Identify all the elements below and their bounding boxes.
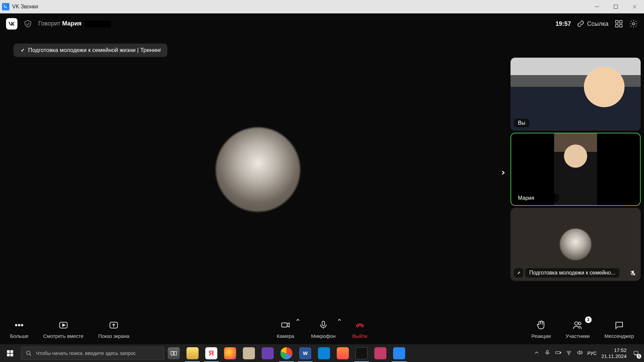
chevron-up-icon[interactable] [296, 318, 300, 323]
speaking-prefix: Говорит [38, 20, 60, 27]
speaking-name: Мария [62, 20, 82, 27]
tray-wifi-icon[interactable] [566, 350, 572, 357]
settings-button[interactable] [629, 19, 638, 28]
participants-sidebar: Вы Мария Подготовка молодежи к семейно..… [511, 38, 641, 311]
redacted-surname [85, 21, 111, 27]
taskbar-app-word[interactable]: W [296, 344, 315, 362]
chevron-up-icon[interactable] [337, 318, 342, 323]
svg-rect-21 [174, 351, 176, 355]
windows-taskbar: Чтобы начать поиск, введите здесь запрос… [0, 344, 644, 362]
tray-battery-icon[interactable] [555, 350, 561, 357]
watch-together-button[interactable]: Смотреть вместе [43, 320, 84, 339]
svg-rect-11 [282, 323, 287, 327]
call-timer: 19:57 [555, 20, 571, 27]
camera-button[interactable]: Камера [277, 320, 294, 339]
microphone-label: Микрофон [311, 333, 335, 339]
svg-rect-16 [10, 350, 13, 353]
taskbar-app-file-explorer[interactable] [183, 344, 202, 362]
redacted-surname [536, 195, 555, 201]
taskbar-app-onedrive[interactable] [315, 344, 333, 362]
window-minimize-button[interactable] [588, 0, 606, 13]
camera-label: Камера [277, 333, 294, 339]
hand-wave-icon [536, 320, 546, 330]
search-icon [26, 350, 32, 356]
svg-rect-12 [322, 321, 325, 326]
share-screen-label: Показ экрана [98, 333, 129, 339]
os-window-title: VK Звонки [12, 4, 38, 10]
svg-rect-1 [615, 20, 618, 23]
taskbar-app-yandex[interactable]: Я [202, 344, 221, 362]
hangup-icon [355, 320, 365, 330]
svg-rect-17 [7, 353, 10, 356]
svg-rect-23 [555, 352, 560, 354]
svg-rect-24 [560, 352, 561, 353]
leave-call-button[interactable]: Выйти [353, 320, 367, 339]
svg-rect-3 [615, 24, 618, 27]
training-label: Подготовка молодежи к семейно... [529, 270, 615, 276]
tray-time: 17:52 [601, 347, 627, 353]
participant-thumb-self[interactable]: Вы [511, 58, 641, 131]
self-label: Вы [518, 120, 525, 126]
speaking-indicator: Говорит Мария [38, 20, 111, 27]
more-button[interactable]: Больше [10, 320, 29, 339]
taskbar-search[interactable]: Чтобы начать поиск, введите здесь запрос [21, 347, 164, 360]
start-button[interactable] [0, 344, 20, 362]
participants-button[interactable]: 3 Участники [566, 320, 590, 339]
reactions-button[interactable]: Реакции [531, 320, 551, 339]
participant-name-pill: Подготовка молодежи к семейно... [525, 268, 620, 278]
tray-notifications-button[interactable]: 1 [631, 347, 641, 360]
tray-clock[interactable]: 17:52 21.11.2024 [601, 347, 627, 359]
taskbar-app-generic-2[interactable] [258, 344, 277, 362]
svg-rect-0 [614, 5, 618, 9]
taskbar-app-generic-1[interactable] [239, 344, 258, 362]
svg-point-8 [21, 324, 23, 326]
participant-thumb-maria[interactable]: Мария [511, 133, 641, 206]
pinned-title-pill[interactable]: Подготовка молодежи к семейной жизни | Т… [13, 44, 167, 57]
tray-mic-icon[interactable] [544, 350, 550, 357]
system-tray: РУС 17:52 21.11.2024 1 [534, 347, 644, 360]
svg-rect-4 [620, 24, 622, 27]
svg-point-5 [633, 23, 635, 25]
watch-together-label: Смотреть вместе [43, 333, 84, 339]
svg-point-19 [26, 351, 30, 355]
svg-rect-20 [171, 351, 173, 355]
svg-rect-22 [547, 350, 548, 353]
vk-logo[interactable] [6, 18, 17, 29]
tray-overflow-icon[interactable] [534, 350, 540, 357]
window-maximize-button[interactable] [606, 0, 625, 13]
participant-thumb-training[interactable]: Подготовка молодежи к семейно... [511, 208, 641, 281]
pin-icon [19, 48, 25, 53]
shield-icon[interactable] [23, 19, 32, 28]
taskbar-app-firefox[interactable] [221, 344, 239, 362]
call-area: Подготовка молодежи к семейной жизни | Т… [0, 34, 644, 314]
taskbar-app-vk-calls[interactable] [390, 344, 409, 362]
collapse-sidebar-button[interactable] [499, 169, 507, 177]
share-screen-button[interactable]: Показ экрана [98, 320, 129, 339]
tray-volume-icon[interactable] [577, 350, 583, 357]
dots-icon [14, 320, 24, 330]
vk-calls-app-icon [2, 3, 9, 10]
taskbar-app-generic-4[interactable] [371, 344, 390, 362]
search-placeholder: Чтобы начать поиск, введите здесь запрос [36, 350, 136, 356]
notif-count-badge: 1 [637, 354, 641, 359]
copy-link-button[interactable]: Ссылка [577, 20, 608, 27]
svg-point-14 [579, 322, 581, 325]
taskbar-app-chrome[interactable] [277, 344, 296, 362]
microphone-button[interactable]: Микрофон [311, 320, 335, 339]
participants-label: Участники [566, 333, 590, 339]
task-view-button[interactable] [164, 344, 183, 362]
reactions-label: Реакции [531, 333, 551, 339]
layout-grid-button[interactable] [614, 19, 623, 28]
taskbar-app-capcut[interactable] [352, 344, 371, 362]
window-close-button[interactable] [625, 0, 644, 13]
messenger-button[interactable]: Мессенджер [604, 320, 634, 339]
messenger-label: Мессенджер [604, 333, 634, 339]
tray-language[interactable]: РУС [587, 351, 597, 356]
main-speaker-stage[interactable]: Подготовка молодежи к семейной жизни | Т… [10, 38, 506, 311]
maria-video-feed [554, 133, 597, 206]
watch-together-icon [58, 320, 69, 330]
taskbar-app-generic-3[interactable] [333, 344, 352, 362]
svg-point-25 [569, 354, 569, 355]
tray-date: 21.11.2024 [601, 353, 627, 359]
pinned-title-label: Подготовка молодежи к семейной жизни | Т… [28, 47, 161, 54]
